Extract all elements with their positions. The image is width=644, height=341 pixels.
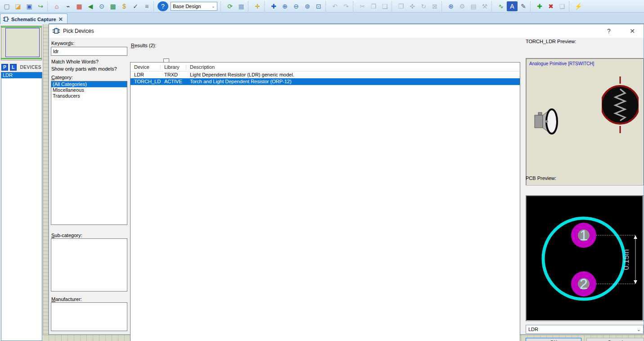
tab-label: Schematic Capture bbox=[11, 17, 56, 22]
packaging-tool-icon[interactable]: ▤ bbox=[468, 1, 479, 11]
zoom-out-icon[interactable]: ⊖ bbox=[291, 1, 302, 11]
new-file-icon[interactable]: ▢ bbox=[1, 1, 12, 11]
column-header-description[interactable]: Description bbox=[186, 64, 520, 70]
schematic-tab-icon bbox=[3, 16, 9, 22]
help-icon[interactable]: ? bbox=[158, 1, 168, 11]
tab-schematic-capture[interactable]: Schematic Capture ✕ bbox=[0, 13, 68, 24]
pcb-layout-icon[interactable]: ▦ bbox=[74, 1, 85, 11]
toolbar-separator bbox=[569, 1, 572, 11]
schematic-overview-pane[interactable] bbox=[1, 26, 42, 60]
decompose-icon[interactable]: ⚒ bbox=[479, 1, 490, 11]
results-table[interactable]: Device Library Description LDR TRXD Ligh… bbox=[130, 62, 520, 341]
footprint-dropdown[interactable]: LDR ⌄ bbox=[526, 325, 644, 334]
category-label: Category: bbox=[51, 75, 73, 80]
design-selector-value: Base Design bbox=[173, 4, 201, 9]
refresh-icon[interactable]: ⟳ bbox=[225, 1, 235, 11]
zoom-in-icon[interactable]: ⊕ bbox=[279, 1, 290, 11]
category-list-item[interactable]: Transducers bbox=[51, 93, 127, 99]
library-manager-button[interactable]: L bbox=[10, 64, 17, 71]
results-header-row[interactable]: Device Library Description bbox=[131, 63, 520, 72]
block-move-icon[interactable]: ✜ bbox=[407, 1, 418, 11]
grid-toggle-icon[interactable]: ▦ bbox=[236, 1, 247, 11]
toolbar-separator bbox=[47, 1, 50, 11]
results-table-row[interactable]: LDR TRXD Light Dependent Resistor (LDR) … bbox=[131, 72, 520, 78]
dialog-help-button[interactable]: ? bbox=[602, 27, 616, 36]
schematic-edge-ruler bbox=[43, 24, 49, 335]
primitive-type-text: Analogue Primitive [RTSWITCH] bbox=[529, 61, 594, 66]
overview-green-line bbox=[1, 58, 41, 59]
column-header-library[interactable]: Library bbox=[161, 64, 186, 70]
cut-icon[interactable]: ✂ bbox=[357, 1, 368, 11]
dialog-body: Keywords: Match Whole Words? Show only p… bbox=[49, 38, 644, 334]
match-whole-words-label: Match Whole Words? bbox=[51, 59, 99, 64]
dialog-close-button[interactable]: ✕ bbox=[626, 27, 639, 36]
cancel-button[interactable]: Cancel bbox=[586, 338, 644, 341]
tab-bar: Schematic Capture ✕ bbox=[0, 13, 644, 24]
open-folder-icon[interactable]: ◪ bbox=[13, 1, 23, 11]
chevron-down-icon: ⌄ bbox=[637, 327, 641, 332]
column-header-device[interactable]: Device bbox=[131, 64, 161, 70]
block-delete-icon[interactable]: ⊠ bbox=[429, 1, 440, 11]
chevron-down-icon: ⌄ bbox=[212, 4, 215, 9]
goto-sheet-icon[interactable]: ◀ bbox=[85, 1, 96, 11]
home-icon[interactable]: ⌂ bbox=[51, 1, 62, 11]
property-assignment-icon[interactable]: ✎ bbox=[518, 1, 529, 11]
origin-icon[interactable]: ✛ bbox=[252, 1, 263, 11]
pick-parts-button[interactable]: P bbox=[1, 64, 8, 71]
tab-close-icon[interactable]: ✕ bbox=[59, 16, 63, 22]
pick-device-icon[interactable]: ⊛ bbox=[446, 1, 456, 11]
component-mode-icon[interactable]: ⌁ bbox=[63, 1, 73, 11]
dialog-title-bar[interactable]: Pick Devices bbox=[49, 24, 644, 38]
pcb-preview-label: PCB Preview: bbox=[526, 175, 556, 181]
subcategory-list[interactable] bbox=[51, 238, 127, 292]
undo-icon[interactable]: ↶ bbox=[329, 1, 340, 11]
object-selector-sidebar: P L DEVICES LDR bbox=[0, 24, 43, 341]
paste-icon[interactable]: ❑ bbox=[379, 1, 390, 11]
remove-sheet-icon[interactable]: ✖ bbox=[545, 1, 556, 11]
design-selector-dropdown[interactable]: Base Design ⌄ bbox=[171, 2, 217, 11]
torch-symbol bbox=[533, 108, 560, 140]
simulate-icon[interactable]: ⚡ bbox=[573, 1, 584, 11]
find-part-icon[interactable]: ⊙ bbox=[96, 1, 107, 11]
netlist-icon[interactable]: ≡ bbox=[141, 1, 152, 11]
block-rotate-icon[interactable]: ↻ bbox=[418, 1, 429, 11]
results-table-row[interactable]: TORCH_LDR ACTIVE Torch and Light Depende… bbox=[131, 78, 520, 85]
device-list-item[interactable]: LDR bbox=[1, 72, 42, 78]
ldr-symbol bbox=[602, 76, 639, 133]
wire-autorouter-icon[interactable]: ∿ bbox=[495, 1, 506, 11]
board-3d-icon[interactable]: ▩ bbox=[108, 1, 118, 11]
toolbar-separator bbox=[441, 1, 444, 11]
pick-devices-dialog: Pick Devices ? ✕ Keywords: Match Whole W… bbox=[49, 23, 644, 335]
device-list[interactable]: LDR bbox=[1, 72, 42, 341]
bill-of-materials-icon[interactable]: $ bbox=[119, 1, 130, 11]
schematic-preview-label: TORCH_LDR Preview: bbox=[526, 39, 576, 44]
svg-text:2: 2 bbox=[580, 276, 588, 292]
overview-viewport-rect bbox=[5, 28, 40, 57]
category-list-item[interactable]: Miscellaneous bbox=[51, 87, 127, 93]
block-copy-icon[interactable]: ❒ bbox=[396, 1, 406, 11]
zoom-area-icon[interactable]: ⊡ bbox=[313, 1, 324, 11]
redo-icon[interactable]: ↷ bbox=[341, 1, 351, 11]
schematic-preview-pane: Analogue Primitive [RTSWITCH] bbox=[526, 58, 644, 185]
category-list[interactable]: (All Categories)MiscellaneousTransducers bbox=[51, 81, 127, 225]
manufacturer-label: Manufacturer: bbox=[51, 296, 82, 302]
save-icon[interactable]: ▣ bbox=[24, 1, 35, 11]
import-icon[interactable]: ↪ bbox=[35, 1, 46, 11]
toolbar-separator bbox=[248, 1, 251, 11]
keywords-label: Keywords: bbox=[51, 40, 74, 46]
toolbar-separator bbox=[325, 1, 328, 11]
keywords-input[interactable] bbox=[51, 47, 127, 56]
toolbar-separator bbox=[353, 1, 356, 11]
category-list-item[interactable]: (All Categories) bbox=[51, 81, 127, 87]
erc-report-icon[interactable]: ✓ bbox=[130, 1, 141, 11]
make-device-icon[interactable]: ⚙ bbox=[457, 1, 468, 11]
search-tag-icon[interactable]: A bbox=[507, 1, 518, 11]
ok-button[interactable]: OK bbox=[526, 338, 581, 341]
new-sheet-icon[interactable]: ✚ bbox=[534, 1, 545, 11]
zoom-extents-icon[interactable]: ⊚ bbox=[302, 1, 313, 11]
svg-text:0.15in: 0.15in bbox=[622, 249, 630, 270]
goto-parent-icon[interactable]: ❏ bbox=[557, 1, 567, 11]
manufacturer-list[interactable] bbox=[51, 302, 127, 331]
pan-icon[interactable]: ✚ bbox=[268, 1, 279, 11]
copy-icon[interactable]: ❐ bbox=[368, 1, 379, 11]
